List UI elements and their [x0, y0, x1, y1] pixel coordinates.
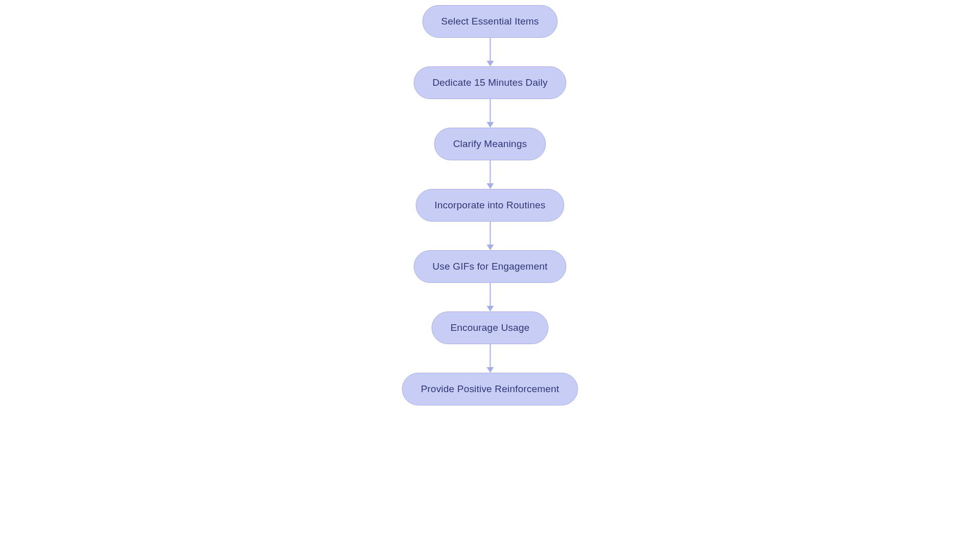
arrow-down-icon [486, 367, 494, 373]
node-label: Incorporate into Routines [434, 200, 545, 210]
connector-line [489, 160, 491, 183]
flowchart-connector [486, 344, 494, 373]
flowchart-node: Dedicate 15 Minutes Daily [413, 66, 567, 99]
flowchart-node: Clarify Meanings [434, 128, 546, 160]
arrow-down-icon [486, 61, 494, 66]
arrow-down-icon [486, 245, 494, 250]
node-label: Dedicate 15 Minutes Daily [432, 77, 548, 88]
connector-line [489, 38, 491, 61]
flowchart-node: Provide Positive Reinforcement [402, 373, 578, 405]
flowchart-connector [486, 222, 494, 250]
connector-line [489, 283, 491, 306]
connector-line [489, 344, 491, 367]
flowchart-connector [486, 283, 494, 311]
flowchart-connector [486, 99, 494, 128]
flowchart-container: Select Essential Items Dedicate 15 Minut… [402, 5, 578, 405]
node-label: Encourage Usage [450, 322, 529, 333]
node-label: Use GIFs for Engagement [432, 261, 547, 272]
flowchart-node: Encourage Usage [431, 311, 548, 344]
arrow-down-icon [486, 306, 494, 311]
node-label: Provide Positive Reinforcement [421, 383, 559, 394]
connector-line [489, 222, 491, 245]
flowchart-node: Incorporate into Routines [415, 189, 564, 222]
node-label: Select Essential Items [441, 16, 538, 27]
flowchart-node: Use GIFs for Engagement [413, 250, 566, 283]
node-label: Clarify Meanings [453, 138, 527, 149]
connector-line [489, 99, 491, 122]
arrow-down-icon [486, 122, 494, 128]
flowchart-node: Select Essential Items [422, 5, 557, 38]
arrow-down-icon [486, 183, 494, 189]
flowchart-connector [486, 38, 494, 66]
flowchart-connector [486, 160, 494, 189]
